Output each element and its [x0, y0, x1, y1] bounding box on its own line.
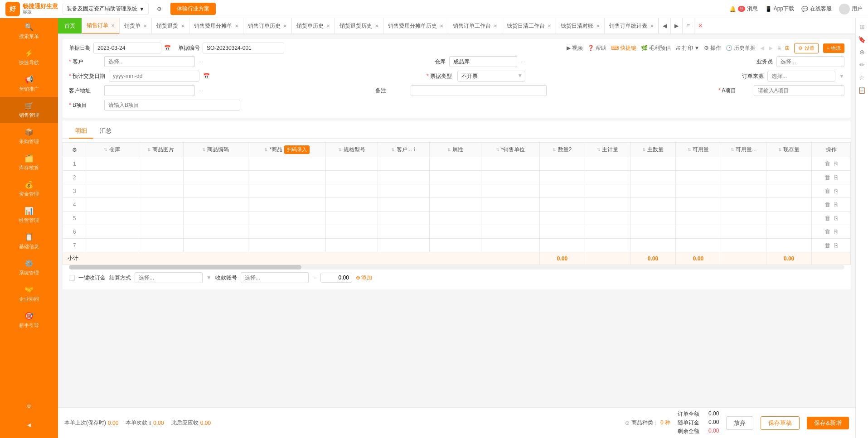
sidebar-item-finance[interactable]: 💰 资金管理 — [0, 176, 58, 202]
operations-btn[interactable]: ⚙ 操作 — [704, 44, 721, 52]
date-input[interactable] — [93, 43, 161, 53]
settings-icon[interactable]: ⚙ — [153, 3, 166, 15]
tab-sales-goods-history[interactable]: 销货单历史 ✕ — [292, 18, 335, 34]
account-more-btn[interactable]: ··· — [312, 274, 317, 281]
row-delete-btn-6[interactable]: 🗑 — [824, 227, 831, 236]
row-copy-btn-4[interactable]: ⎘ — [833, 200, 839, 209]
save-draft-btn[interactable]: 保存草稿 — [761, 416, 800, 430]
customer-more-btn[interactable]: ··· — [199, 58, 203, 65]
customer-input[interactable] — [104, 56, 195, 67]
order-no-input[interactable] — [203, 43, 284, 53]
system-select[interactable]: 装备及固定资产辅助管理系统 ▼ — [63, 3, 149, 15]
tab-daily-clear-workbench[interactable]: 钱货日清工作台 ✕ — [502, 18, 556, 34]
invoice-type-input[interactable] — [457, 71, 525, 82]
row-copy-btn-1[interactable]: ⎘ — [833, 159, 839, 168]
col-settings[interactable]: ⚙ — [63, 143, 86, 157]
row-delete-btn-3[interactable]: 🗑 — [824, 187, 831, 195]
history-btn[interactable]: 🕐 历史单据 — [726, 44, 756, 52]
right-panel-btn-1[interactable]: ⊞ — [857, 22, 867, 32]
one-click-checkbox[interactable] — [69, 275, 75, 281]
shortcut-btn[interactable]: ⌨ 快捷键 — [611, 44, 636, 52]
sidebar-item-inventory[interactable]: 🗂️ 库存核算 — [0, 149, 58, 176]
row-delete-btn-5[interactable]: 🗑 — [824, 214, 831, 222]
sidebar-item-operations[interactable]: 📊 经营管理 — [0, 202, 58, 228]
settlement-input[interactable] — [135, 272, 203, 283]
tab-close-sales-expense[interactable]: ✕ — [235, 24, 238, 29]
help-btn[interactable]: ❓ 帮助 — [587, 44, 606, 52]
right-panel-btn-5[interactable]: ☆ — [857, 72, 867, 82]
tab-home[interactable]: 首页 — [58, 18, 82, 34]
tab-close-sales-goods-history[interactable]: ✕ — [326, 24, 330, 29]
tab-sales-order-history[interactable]: 销售订单历史 ✕ — [243, 18, 292, 34]
tab-sales-return[interactable]: 销货退货 ✕ — [152, 18, 189, 34]
tab-menu-btn[interactable]: ≡ — [682, 18, 694, 34]
card-view-btn[interactable]: ⊞ — [785, 45, 790, 51]
add-payment-btn[interactable]: ⊕ 添加 — [356, 274, 372, 282]
row-delete-btn-4[interactable]: 🗑 — [824, 200, 831, 209]
discard-btn[interactable]: 放弃 — [726, 416, 753, 430]
a-project-input[interactable] — [754, 85, 844, 96]
app-download-btn[interactable]: 📱 App下载 — [765, 5, 794, 13]
sidebar-item-base-info[interactable]: 📋 基础信息 — [0, 228, 58, 255]
tab-next-btn[interactable]: ▶ — [670, 18, 682, 34]
salesperson-input[interactable] — [776, 56, 844, 67]
sidebar-collapse-btn[interactable]: ◀ — [0, 418, 58, 433]
tab-close-order-workbench[interactable]: ✕ — [494, 24, 497, 29]
row-delete-btn-7[interactable]: 🗑 — [824, 241, 831, 250]
tab-close-sales-stats[interactable]: ✕ — [650, 24, 654, 29]
goods-count-info[interactable]: ⊙ — [625, 420, 630, 426]
nav-prev-record[interactable]: ▶ — [769, 45, 773, 51]
tab-close-daily-clear-workbench[interactable]: ✕ — [548, 24, 551, 29]
tab-close-sales-return[interactable]: ✕ — [181, 24, 184, 29]
tab-close-sales-goods[interactable]: ✕ — [143, 24, 147, 29]
sidebar-item-guide[interactable]: 🎯 新手引导 — [0, 307, 58, 333]
right-panel-btn-2[interactable]: 🔖 — [857, 34, 867, 44]
tab-order-workbench[interactable]: 销售订单工作台 ✕ — [448, 18, 502, 34]
save-new-btn[interactable]: 保存&新增 — [807, 417, 849, 429]
tab-daily-reconcile[interactable]: 钱货日清对账 ✕ — [556, 18, 605, 34]
row-delete-btn-2[interactable]: 🗑 — [824, 173, 831, 182]
row-delete-btn-1[interactable]: 🗑 — [824, 159, 831, 168]
print-btn[interactable]: 🖨 打印 ▼ — [675, 44, 700, 52]
right-panel-btn-6[interactable]: 📋 — [857, 85, 867, 95]
sidebar-item-system[interactable]: ⚙️ 系统管理 — [0, 255, 58, 281]
sidebar-item-purchase[interactable]: 📦 采购管理 — [0, 123, 58, 149]
row-copy-btn-6[interactable]: ⎘ — [833, 227, 839, 236]
warehouse-more-btn[interactable]: ··· — [521, 58, 525, 65]
tab-close-daily-reconcile[interactable]: ✕ — [596, 24, 600, 29]
tab-sales-goods[interactable]: 销货单 ✕ — [120, 18, 152, 34]
user-menu-btn[interactable]: 用户 — [839, 4, 863, 14]
row-copy-btn-7[interactable]: ⎘ — [833, 241, 839, 250]
profit-preview-btn[interactable]: 🌿 毛利预估 — [641, 44, 671, 52]
list-view-btn[interactable]: ≡ — [777, 45, 781, 51]
notes-input[interactable] — [411, 85, 547, 96]
address-more-btn[interactable]: ··· — [199, 87, 203, 94]
sidebar-settings-btn[interactable]: ⚙ — [0, 399, 58, 414]
view-btn[interactable]: ▶ 视频 — [567, 44, 583, 52]
tab-close-return-history[interactable]: ✕ — [375, 24, 378, 29]
delivery-date-input[interactable] — [109, 71, 199, 82]
inner-tab-detail[interactable]: 明细 — [69, 124, 93, 139]
online-support-btn[interactable]: 💬 在线客服 — [801, 5, 832, 13]
horizontal-scrollbar[interactable] — [69, 265, 844, 270]
sidebar-item-search[interactable]: 🔍 搜索菜单 — [0, 18, 58, 44]
tab-sales-expense[interactable]: 销售费用分摊单 ✕ — [189, 18, 243, 34]
tab-close-sales-order-history[interactable]: ✕ — [283, 24, 287, 29]
tab-return-history[interactable]: 销货退货历史 ✕ — [335, 18, 383, 34]
tab-prev-btn[interactable]: ◀ — [659, 18, 670, 34]
account-input[interactable] — [241, 272, 309, 283]
industry-btn[interactable]: 体验行业方案 — [170, 3, 216, 15]
tab-close-sales-order[interactable]: ✕ — [111, 23, 115, 28]
tab-sales-stats[interactable]: 销售订单统计表 ✕ — [605, 18, 659, 34]
sidebar-item-sales[interactable]: 🛒 销售管理 — [0, 97, 58, 123]
row-copy-btn-5[interactable]: ⎘ — [833, 214, 839, 222]
sidebar-item-enterprise[interactable]: 🤝 企业协同 — [0, 281, 58, 307]
order-source-input[interactable] — [767, 71, 835, 82]
tab-sales-order[interactable]: 销售订单 ✕ — [82, 18, 120, 34]
sidebar-item-quick-nav[interactable]: ⚡ 快捷导航 — [0, 44, 58, 71]
customer-address-input[interactable] — [104, 85, 195, 96]
settings-form-btn[interactable]: ⚙ 设置 — [794, 43, 818, 53]
right-panel-btn-3[interactable]: ⊕ — [857, 47, 867, 57]
warehouse-input[interactable] — [449, 56, 517, 67]
b-project-input[interactable] — [104, 100, 240, 111]
